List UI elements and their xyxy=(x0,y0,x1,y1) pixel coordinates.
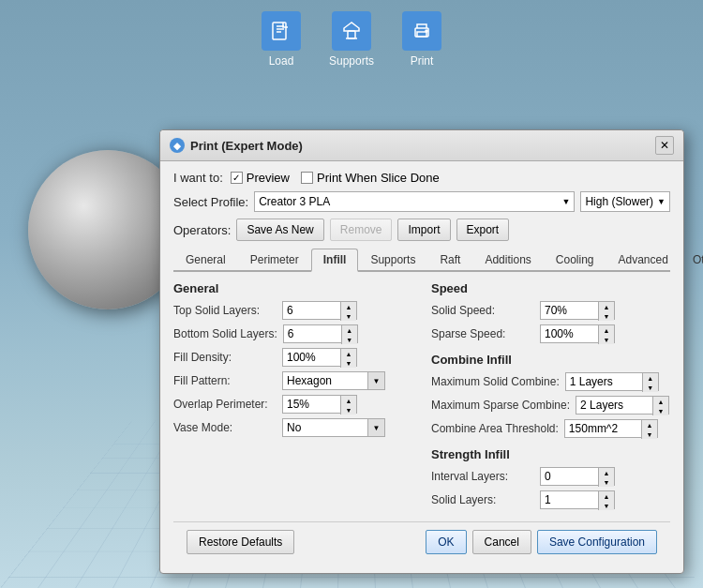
tab-others[interactable]: Others xyxy=(681,249,703,270)
max-solid-combine-up[interactable]: ▲ xyxy=(643,373,658,383)
overlap-perimeter-down[interactable]: ▼ xyxy=(341,405,356,415)
solid-layers-label: Solid Layers: xyxy=(431,493,534,506)
fill-pattern-dropdown[interactable]: Hexagon ▼ xyxy=(282,371,385,390)
overlap-perimeter-value: 15% xyxy=(283,396,340,413)
checkbox-group: ✓ Preview Print When Slice Done xyxy=(231,171,440,185)
combine-area-spinner[interactable]: ▲ ▼ xyxy=(641,420,657,439)
tab-infill[interactable]: Infill xyxy=(311,249,359,272)
max-sparse-combine-row: Maximum Sparse Combine: 2 Layers ▲ ▼ xyxy=(431,396,670,415)
load-icon xyxy=(262,11,301,51)
interval-layers-down[interactable]: ▼ xyxy=(599,477,614,487)
fill-pattern-value: Hexagon xyxy=(283,372,367,389)
sparse-speed-value: 100% xyxy=(541,325,598,342)
strength-infill-section-title: Strength Infill xyxy=(431,447,670,461)
solid-speed-input[interactable]: 70% ▲ ▼ xyxy=(540,301,615,320)
max-sparse-combine-up[interactable]: ▲ xyxy=(653,397,668,406)
remove-button[interactable]: Remove xyxy=(330,219,393,241)
solid-layers-down[interactable]: ▼ xyxy=(599,501,614,510)
fill-pattern-arrow[interactable]: ▼ xyxy=(367,372,384,389)
bottom-solid-layers-input[interactable]: 6 ▲ ▼ xyxy=(283,324,358,343)
top-solid-layers-input[interactable]: 6 ▲ ▼ xyxy=(282,301,357,320)
preview-checkbox-item[interactable]: ✓ Preview xyxy=(231,171,290,185)
bottom-solid-layers-spinner[interactable]: ▲ ▼ xyxy=(341,325,357,344)
max-solid-combine-label: Maximum Solid Combine: xyxy=(431,375,560,388)
overlap-perimeter-input[interactable]: 15% ▲ ▼ xyxy=(282,395,357,414)
cancel-button[interactable]: Cancel xyxy=(472,530,531,554)
top-solid-layers-spinner[interactable]: ▲ ▼ xyxy=(340,302,356,321)
vase-mode-dropdown[interactable]: No ▼ xyxy=(282,418,385,437)
toolbar-item-load[interactable]: Load xyxy=(262,11,301,68)
operators-row: Operators: Save As New Remove Import Exp… xyxy=(173,219,670,241)
print-dialog: ◆ Print (Expert Mode) ✕ I want to: ✓ Pre… xyxy=(159,129,684,574)
tab-general[interactable]: General xyxy=(173,249,238,270)
vase-mode-arrow[interactable]: ▼ xyxy=(367,419,384,436)
max-solid-combine-spinner[interactable]: ▲ ▼ xyxy=(642,373,658,392)
preview-checkbox[interactable]: ✓ xyxy=(231,172,243,184)
sparse-speed-up[interactable]: ▲ xyxy=(599,325,614,335)
solid-layers-up[interactable]: ▲ xyxy=(599,491,614,501)
fill-density-down[interactable]: ▼ xyxy=(341,358,356,368)
dialog-titlebar: ◆ Print (Expert Mode) ✕ xyxy=(160,130,683,161)
print-when-done-label: Print When Slice Done xyxy=(317,171,440,185)
restore-defaults-button[interactable]: Restore Defaults xyxy=(187,530,294,554)
supports-label: Supports xyxy=(329,54,374,68)
combine-area-down[interactable]: ▼ xyxy=(642,430,657,439)
max-solid-combine-row: Maximum Solid Combine: 1 Layers ▲ ▼ xyxy=(431,372,670,391)
max-solid-combine-input[interactable]: 1 Layers ▲ ▼ xyxy=(565,372,659,391)
load-label: Load xyxy=(269,54,294,68)
tab-perimeter[interactable]: Perimeter xyxy=(238,249,311,270)
tab-raft[interactable]: Raft xyxy=(427,249,472,270)
export-button[interactable]: Export xyxy=(456,219,510,241)
tab-advanced[interactable]: Advanced xyxy=(606,249,681,270)
fill-density-spinner[interactable]: ▲ ▼ xyxy=(340,349,356,368)
profile-select[interactable]: Creator 3 PLA ▼ xyxy=(254,191,575,212)
sparse-speed-down[interactable]: ▼ xyxy=(599,335,614,344)
quality-select[interactable]: High (Slower) ▼ xyxy=(580,191,670,212)
solid-layers-spinner[interactable]: ▲ ▼ xyxy=(598,491,614,510)
vase-mode-value: No xyxy=(283,419,367,436)
toolbar-item-print[interactable]: Print xyxy=(402,11,441,68)
sparse-speed-input[interactable]: 100% ▲ ▼ xyxy=(540,324,615,343)
interval-layers-input[interactable]: 0 ▲ ▼ xyxy=(540,467,615,486)
solid-speed-spinner[interactable]: ▲ ▼ xyxy=(598,302,614,321)
speed-section-title: Speed xyxy=(431,281,670,295)
toolbar-item-supports[interactable]: Supports xyxy=(329,11,374,68)
dialog-body: I want to: ✓ Preview Print When Slice Do… xyxy=(160,161,683,573)
top-solid-layers-label: Top Solid Layers: xyxy=(173,304,277,317)
solid-speed-up[interactable]: ▲ xyxy=(599,302,614,311)
combine-area-up[interactable]: ▲ xyxy=(642,420,657,430)
combine-area-input[interactable]: 150mm^2 ▲ ▼ xyxy=(564,419,658,438)
interval-layers-up[interactable]: ▲ xyxy=(599,468,614,477)
ok-button[interactable]: OK xyxy=(426,530,466,554)
tab-supports[interactable]: Supports xyxy=(358,249,427,270)
top-solid-layers-down[interactable]: ▼ xyxy=(341,311,356,321)
print-when-done-checkbox-item[interactable]: Print When Slice Done xyxy=(301,171,440,185)
close-button[interactable]: ✕ xyxy=(655,136,674,155)
solid-speed-down[interactable]: ▼ xyxy=(599,311,614,321)
max-sparse-combine-spinner[interactable]: ▲ ▼ xyxy=(652,397,668,415)
top-solid-layers-up[interactable]: ▲ xyxy=(341,302,356,311)
max-sparse-combine-down[interactable]: ▼ xyxy=(653,406,668,415)
solid-layers-input[interactable]: 1 ▲ ▼ xyxy=(540,490,615,509)
fill-density-input[interactable]: 100% ▲ ▼ xyxy=(282,348,357,367)
bottom-solid-layers-down[interactable]: ▼ xyxy=(342,335,357,344)
overlap-perimeter-up[interactable]: ▲ xyxy=(341,396,356,405)
fill-density-up[interactable]: ▲ xyxy=(341,349,356,358)
max-sparse-combine-input[interactable]: 2 Layers ▲ ▼ xyxy=(576,396,669,415)
max-sparse-combine-label: Maximum Sparse Combine: xyxy=(431,399,570,412)
print-when-done-checkbox[interactable] xyxy=(301,172,313,184)
dialog-title-group: ◆ Print (Expert Mode) xyxy=(170,138,303,153)
tab-cooling[interactable]: Cooling xyxy=(544,249,606,270)
tab-additions[interactable]: Additions xyxy=(472,249,543,270)
profile-dropdown-arrow: ▼ xyxy=(561,197,570,206)
toolbar: Load Supports Print xyxy=(0,0,703,75)
bottom-solid-layers-up[interactable]: ▲ xyxy=(342,325,357,335)
interval-layers-spinner[interactable]: ▲ ▼ xyxy=(598,468,614,487)
top-solid-layers-row: Top Solid Layers: 6 ▲ ▼ xyxy=(173,301,412,320)
max-solid-combine-down[interactable]: ▼ xyxy=(643,383,658,392)
import-button[interactable]: Import xyxy=(397,219,450,241)
overlap-perimeter-spinner[interactable]: ▲ ▼ xyxy=(340,396,356,415)
save-as-new-button[interactable]: Save As New xyxy=(236,219,323,241)
save-configuration-button[interactable]: Save Configuration xyxy=(537,530,657,554)
sparse-speed-spinner[interactable]: ▲ ▼ xyxy=(598,325,614,344)
